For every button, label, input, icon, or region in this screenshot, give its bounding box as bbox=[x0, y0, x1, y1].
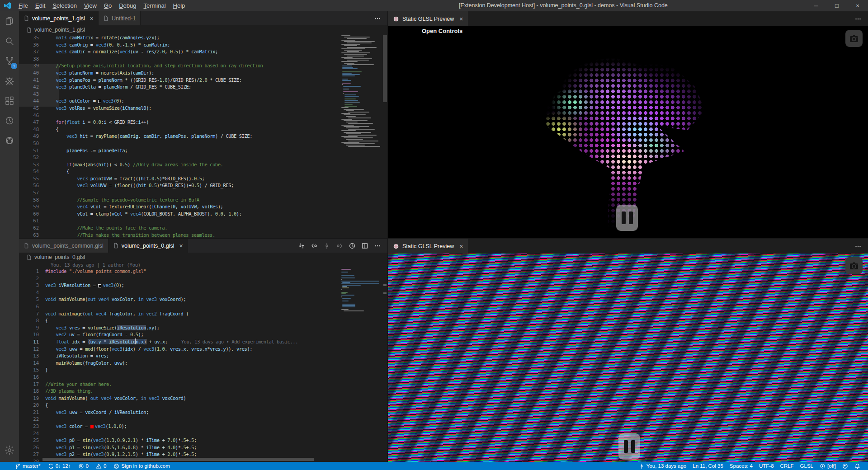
previous-change-icon[interactable] bbox=[311, 242, 318, 249]
open-changes-icon[interactable] bbox=[298, 242, 305, 249]
menu-view[interactable]: View bbox=[80, 0, 100, 11]
code-line-14[interactable]: 14 mainVolume(fragColor, uvw); bbox=[19, 360, 341, 367]
menu-terminal[interactable]: Terminal bbox=[140, 0, 169, 11]
sidebar-item-run-debug[interactable] bbox=[0, 71, 19, 91]
code-line-5[interactable]: 5void mainVolume(out vec4 voxColor, in v… bbox=[19, 296, 341, 303]
sidebar-item-search[interactable] bbox=[0, 31, 19, 51]
tab-volume_points_common.glsl[interactable]: volume_points_common.glsl bbox=[19, 239, 108, 253]
menu-edit[interactable]: Edit bbox=[32, 0, 49, 11]
preview-viewport-bottom[interactable] bbox=[388, 254, 868, 462]
menu-go[interactable]: Go bbox=[100, 0, 115, 11]
more-icon[interactable] bbox=[374, 15, 381, 22]
menu-help[interactable]: Help bbox=[170, 0, 189, 11]
pause-button[interactable] bbox=[616, 205, 638, 231]
code-line-24[interactable]: 24 bbox=[19, 430, 341, 437]
breadcrumb[interactable]: volume_points_0.glsl bbox=[19, 253, 387, 262]
code-line-52[interactable]: 52 bbox=[19, 154, 341, 161]
code-line-8[interactable]: 8{ bbox=[19, 317, 341, 324]
sidebar-item-timeline[interactable] bbox=[0, 111, 19, 131]
code-line-11[interactable]: 11 float idx = (uv.y * iResolution.x) + … bbox=[19, 338, 341, 346]
code-line-23[interactable]: 23 vec3 color = vec3(1,0,0); bbox=[19, 423, 341, 430]
pause-button[interactable] bbox=[618, 433, 640, 460]
code-line-56[interactable]: 56 vec3 volUVW = (floor(((hit-0.5)*GRID_… bbox=[19, 182, 341, 189]
status-crlf[interactable]: CRLF bbox=[777, 462, 797, 470]
breadcrumb[interactable]: volume_points_1.glsl bbox=[19, 25, 387, 34]
code-line-39[interactable]: 39 //Setup plane axis,initial location, … bbox=[19, 62, 341, 70]
code-line-22[interactable]: 22 bbox=[19, 416, 341, 423]
tab-volume_points_1.glsl[interactable]: volume_points_1.glsl× bbox=[19, 11, 99, 25]
code-line-4[interactable]: 4 bbox=[19, 289, 341, 296]
minimap[interactable] bbox=[341, 35, 381, 148]
code-line-27[interactable]: 27 vec3 p2 = sin(vec3(0.9,1.2,1.5) * iTi… bbox=[19, 451, 341, 458]
status-bell[interactable] bbox=[851, 462, 863, 470]
code-line-7[interactable]: 7void mainImage(out vec4 fragColor, in v… bbox=[19, 310, 341, 318]
minimap[interactable] bbox=[341, 269, 381, 312]
history-icon[interactable] bbox=[349, 242, 356, 249]
maximize-button[interactable]: □ bbox=[826, 0, 847, 11]
code-line-48[interactable]: 48 { bbox=[19, 126, 341, 133]
more-icon[interactable] bbox=[374, 242, 381, 249]
status-0-12[interactable]: 0↓ 12↑ bbox=[45, 462, 74, 470]
menu-debug[interactable]: Debug bbox=[115, 0, 140, 11]
code-line-57[interactable]: 57 bbox=[19, 189, 341, 197]
next-change-icon[interactable] bbox=[336, 242, 343, 249]
code-editor-top[interactable]: 35 mat3 camMatrix = rotate(camAngles.yzx… bbox=[19, 34, 341, 238]
status-feedback[interactable] bbox=[839, 462, 851, 470]
code-line-20[interactable]: 20{ bbox=[19, 402, 341, 409]
status-off[interactable]: [off] bbox=[816, 462, 839, 470]
code-line-17[interactable]: 17//Write your shader here. bbox=[19, 381, 341, 388]
code-line-3[interactable]: 3vec3 iVResolution = vec3(0); bbox=[19, 282, 341, 289]
status-master[interactable]: master* bbox=[12, 462, 44, 470]
code-line-35[interactable]: 35 mat3 camMatrix = rotate(camAngles.yzx… bbox=[19, 34, 341, 42]
code-line-6[interactable]: 6 bbox=[19, 303, 341, 310]
code-line-54[interactable]: 54 { bbox=[19, 168, 341, 175]
code-line-26[interactable]: 26 vec3 p1 = sin(vec3(0.5,1.6,0.8) * iTi… bbox=[19, 444, 341, 451]
close-button[interactable]: × bbox=[847, 0, 868, 11]
close-icon[interactable]: × bbox=[179, 243, 183, 249]
more-actions-icon[interactable] bbox=[848, 239, 868, 254]
code-line-10[interactable]: 10 vec2 uv = floor(fragCoord - 0.5); bbox=[19, 331, 341, 338]
status-glsl[interactable]: GLSL bbox=[797, 462, 816, 470]
code-line-38[interactable]: 38 bbox=[19, 56, 341, 63]
menu-file[interactable]: File bbox=[15, 0, 32, 11]
code-editor-bottom[interactable]: 1#include "./volume_points_common.glsl"2… bbox=[19, 268, 341, 462]
close-icon[interactable]: × bbox=[459, 243, 463, 249]
code-line-21[interactable]: 21 vec3 uvw = voxCoord / iVResolution; bbox=[19, 409, 341, 416]
sidebar-item-github[interactable] bbox=[0, 131, 19, 150]
tab-static-glsl-preview[interactable]: Static GLSL Preview × bbox=[388, 11, 468, 26]
code-line-18[interactable]: 18//3D plasma thing. bbox=[19, 388, 341, 395]
code-line-37[interactable]: 37 vec3 camDir = normalize(vec3(uv - res… bbox=[19, 48, 341, 56]
vertical-scrollbar[interactable] bbox=[383, 35, 387, 102]
status-spaces-4[interactable]: Spaces: 4 bbox=[726, 462, 756, 470]
code-line-55[interactable]: 55 vec3 pointUVW = fract(((hit-0.5)*GRID… bbox=[19, 175, 341, 183]
tab-Untitled-1[interactable]: Untitled-1 bbox=[99, 11, 141, 25]
screenshot-camera-button[interactable] bbox=[845, 30, 863, 47]
close-icon[interactable]: × bbox=[90, 15, 94, 22]
code-line-60[interactable]: 60 vCol = clamp(vCol * vec4(COLOR_BOOST,… bbox=[19, 211, 341, 218]
code-line-45[interactable]: 45 vec3 volRes = volumeSize(iChannel0); bbox=[19, 105, 341, 112]
status-0[interactable]: 0 bbox=[93, 462, 109, 470]
sidebar-item-settings[interactable] bbox=[0, 440, 19, 460]
code-line-49[interactable]: 49 vec3 hit = rayPlane(camOrig, camDir, … bbox=[19, 133, 341, 140]
code-line-51[interactable]: 51 planePos -= planeDelta; bbox=[19, 147, 341, 155]
sidebar-item-source-control[interactable]: 1 bbox=[0, 51, 19, 71]
code-line-62[interactable]: 62 //Make the points face the camera. bbox=[19, 225, 341, 232]
code-line-61[interactable]: 61 bbox=[19, 217, 341, 225]
sidebar-item-extensions[interactable] bbox=[0, 91, 19, 111]
menu-selection[interactable]: Selection bbox=[49, 0, 80, 11]
code-line-43[interactable]: 43 bbox=[19, 91, 341, 98]
code-line-46[interactable]: 46 bbox=[19, 112, 341, 119]
status-0[interactable]: 0 bbox=[75, 462, 92, 470]
code-line-47[interactable]: 47 for(float i = 0.0;i < GRID_RES;i++) bbox=[19, 119, 341, 126]
screenshot-camera-button[interactable] bbox=[845, 257, 863, 274]
commit-icon[interactable] bbox=[323, 242, 330, 249]
code-line-25[interactable]: 25 vec3 p0 = sin(vec3(1.3,0.9,2.1) * iTi… bbox=[19, 437, 341, 444]
minimize-button[interactable]: ─ bbox=[806, 0, 826, 11]
code-line-42[interactable]: 42 vec3 planeDelta = planeNorm / GRID_RE… bbox=[19, 84, 341, 91]
code-line-12[interactable]: 12 vec3 uvw = mod(floor(vec3(idx) / vec3… bbox=[19, 346, 341, 353]
sidebar-item-explorer[interactable] bbox=[0, 11, 19, 31]
code-line-2[interactable]: 2 bbox=[19, 275, 341, 282]
code-line-41[interactable]: 41 vec3 planePos = planeNorm * ((GRID_RE… bbox=[19, 77, 341, 84]
code-line-36[interactable]: 36 vec3 camOrig = vec3(0, 0,-1.5) * camM… bbox=[19, 42, 341, 49]
code-line-16[interactable]: 16 bbox=[19, 374, 341, 381]
